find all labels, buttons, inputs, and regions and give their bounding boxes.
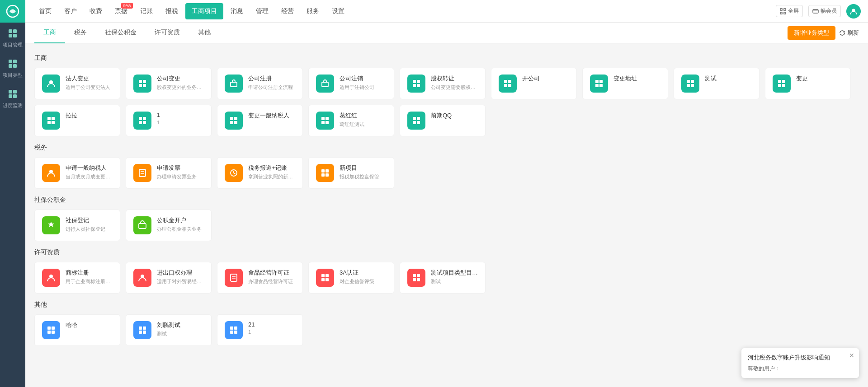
nav-manage[interactable]: 管理: [250, 0, 275, 23]
card-test-project-type[interactable]: 测试项目类型目定义 测试: [400, 262, 486, 294]
svg-rect-23: [139, 84, 142, 87]
card-name: 商标注册: [66, 269, 113, 277]
card-info-3a-cert: 3A认证 对企业信誉评级: [340, 269, 387, 285]
card-info-qianqi-qq: 前期QQ: [431, 112, 478, 121]
card-info-tax-report-accounting: 税务报道+记账 拿到营业执照的新公司: [248, 164, 295, 180]
card-social-register[interactable]: 社保登记 进行人员社保登记: [34, 210, 120, 241]
fullscreen-button[interactable]: 全屏: [776, 5, 803, 17]
card-change-address[interactable]: 变更地址: [582, 68, 668, 99]
nav-customer[interactable]: 客户: [58, 0, 83, 23]
card-info-equity-transfer: 股权转让 公司变更需要股权转让: [431, 75, 478, 91]
card-name: 申请一般纳税人: [66, 164, 113, 172]
card-haha[interactable]: 哈哈: [34, 314, 120, 346]
nav-message[interactable]: 消息: [224, 0, 250, 23]
svg-rect-79: [231, 274, 237, 281]
sidebar-item-label: 进度监测: [3, 102, 23, 109]
card-info-test: 测试: [705, 75, 752, 84]
card-apply-taxpayer[interactable]: 申请一般纳税人 当月或次月成变更完成: [34, 157, 120, 189]
sidebar-item-project-type[interactable]: 项目类型: [0, 53, 25, 83]
tab-other[interactable]: 其他: [189, 23, 220, 43]
card-info-test-project-type: 测试项目类型目定义 测试: [431, 269, 478, 285]
nav-tax[interactable]: 报税: [159, 0, 184, 23]
invoice-badge: new: [121, 3, 133, 9]
topnav-right: 全屏 畅会员: [776, 4, 861, 19]
card-apply-invoice[interactable]: 申请发票 办理申请发票业务: [126, 157, 212, 189]
card-company-register[interactable]: 公司注册 申请公司注册全流程: [217, 68, 303, 99]
card-info-trademark: 商标注册 用于企业商标注册服务: [66, 269, 113, 285]
svg-rect-38: [599, 84, 603, 87]
notification-close-button[interactable]: ✕: [849, 352, 854, 359]
card-info-open-company: 开公司: [522, 75, 569, 84]
sidebar-item-progress-monitor[interactable]: 进度监测: [0, 83, 25, 113]
card-qianqi-qq[interactable]: 前期QQ: [400, 105, 486, 136]
card-info-social-register: 社保登记 进行人员社保登记: [66, 216, 113, 233]
card-company-change[interactable]: 公司变更 股权变更外的业务变更: [126, 68, 212, 99]
member-button[interactable]: 畅会员: [808, 5, 841, 17]
sidebar-item-project-manage[interactable]: 项目管理: [0, 23, 25, 53]
card-liupeng-test[interactable]: 刘鹏测试 测试: [126, 314, 212, 346]
card-icon-3a-cert: [316, 269, 334, 287]
card-change[interactable]: 变更: [765, 68, 851, 99]
topnav-items: 首页 客户 收费 票据 new 记账 报税 工商项目 消息 管理 经营 服务 设…: [33, 0, 776, 23]
card-icon-change-address: [590, 75, 608, 93]
cards-grid-tax: 申请一般纳税人 当月或次月成变更完成 申请发票 办理申请发票业务: [34, 157, 859, 189]
svg-rect-96: [139, 331, 142, 334]
svg-rect-25: [231, 82, 237, 87]
section-title-industry: 工商: [34, 54, 859, 62]
nav-industry[interactable]: 工商项目: [185, 3, 223, 19]
card-equity-transfer[interactable]: 股权转让 公司变更需要股权转让: [400, 68, 486, 99]
card-new-project[interactable]: 新项目 报税加税控盘保管: [308, 157, 394, 189]
card-import-export[interactable]: 进出口权办理 适用于对外贸易经营者: [126, 262, 212, 294]
svg-rect-5: [9, 60, 12, 63]
svg-rect-52: [143, 117, 146, 120]
new-type-button[interactable]: 新增业务类型: [788, 26, 835, 40]
refresh-button[interactable]: 刷新: [839, 29, 859, 37]
card-item1[interactable]: 1 1: [126, 105, 212, 136]
card-change-taxpayer[interactable]: 变更一般纳税人: [217, 105, 303, 136]
card-mohonghong[interactable]: 葛红红 葛红红测试: [308, 105, 394, 136]
card-legal-change[interactable]: 法人变更 适用于公司变更法人: [34, 68, 120, 99]
svg-rect-45: [778, 84, 781, 87]
tab-industry[interactable]: 工商: [34, 23, 65, 43]
svg-rect-66: [417, 121, 420, 124]
nav-invoice[interactable]: 票据 new: [108, 0, 134, 23]
card-desc: 进行人员社保登记: [66, 226, 113, 233]
nav-accounting[interactable]: 记账: [134, 0, 159, 23]
nav-billing[interactable]: 收费: [83, 0, 108, 23]
card-open-company[interactable]: 开公司: [491, 68, 577, 99]
card-trademark[interactable]: 商标注册 用于企业商标注册服务: [34, 262, 120, 294]
card-name: 开公司: [522, 75, 569, 83]
card-test[interactable]: 测试: [674, 68, 760, 99]
svg-rect-10: [13, 90, 17, 93]
svg-rect-3: [9, 34, 12, 37]
card-name: 公积金开户: [157, 216, 204, 224]
card-fund-account[interactable]: 公积金开户 办理公积金相关业务: [126, 210, 212, 241]
user-avatar[interactable]: [846, 4, 861, 19]
card-company-cancel[interactable]: 公司注销 适用于注销公司: [308, 68, 394, 99]
card-info-apply-taxpayer: 申请一般纳税人 当月或次月成变更完成: [66, 164, 113, 180]
svg-rect-97: [143, 331, 146, 334]
tab-tax[interactable]: 税务: [65, 23, 96, 43]
nav-settings[interactable]: 设置: [326, 0, 351, 23]
nav-operation[interactable]: 经营: [275, 0, 300, 23]
card-item-21[interactable]: 21 1: [217, 314, 303, 346]
svg-rect-89: [417, 278, 420, 281]
card-3a-cert[interactable]: 3A认证 对企业信誉评级: [308, 262, 394, 294]
card-tax-report-accounting[interactable]: 税务报道+记账 拿到营业执照的新公司: [217, 157, 303, 189]
svg-rect-37: [595, 84, 599, 87]
card-desc: 申请公司注册全流程: [248, 84, 295, 91]
tab-license[interactable]: 许可资质: [146, 23, 189, 43]
card-desc: 拿到营业执照的新公司: [248, 173, 295, 180]
app-logo[interactable]: [0, 0, 25, 23]
nav-home[interactable]: 首页: [33, 0, 58, 23]
svg-rect-28: [417, 80, 420, 83]
nav-service[interactable]: 服务: [300, 0, 326, 23]
card-icon-test-project-type: [407, 269, 425, 287]
card-food-license[interactable]: 食品经营许可证 办理食品经营许可证: [217, 262, 303, 294]
tab-social-fund[interactable]: 社保公积金: [96, 23, 146, 43]
svg-rect-93: [52, 331, 55, 334]
card-icon-haha: [42, 321, 60, 339]
card-name: 变更地址: [613, 75, 660, 83]
card-lala[interactable]: 拉拉: [34, 105, 120, 136]
cards-grid-industry: 法人变更 适用于公司变更法人 公司变更 股权变更外的业务变更: [34, 68, 859, 136]
